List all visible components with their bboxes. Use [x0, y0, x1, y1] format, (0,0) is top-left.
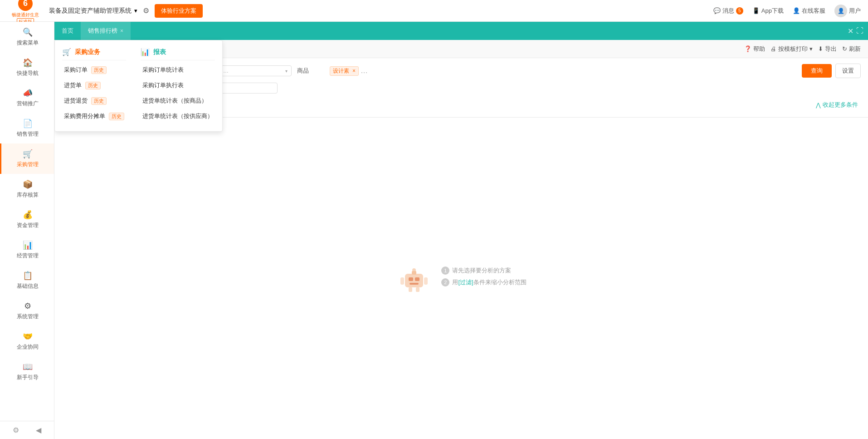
sidebar-item-label: 企业协同: [17, 343, 39, 351]
menu-item-order-stat[interactable]: 采购订单统计表: [141, 62, 215, 78]
purchase-business-section: 🛒 采购业务 采购订单 历史 进货单 历史 进货退货 历史: [62, 48, 126, 124]
print-icon: 🖨: [770, 45, 776, 52]
menu-item-receipt-stat-goods[interactable]: 进货单统计表（按商品）: [141, 93, 215, 109]
sidebar-item-system[interactable]: ⚙ 系统管理: [0, 296, 54, 326]
help-label: 帮助: [753, 45, 765, 53]
menu-item-order-exec[interactable]: 采购订单执行表: [141, 78, 215, 93]
menu-item-label: 采购订单统计表: [142, 66, 184, 74]
tab-home[interactable]: 首页: [54, 22, 81, 40]
purchase-report-section: 📊 报表 采购订单统计表 采购订单执行表 进货单统计表（按商品） 进货单统计表（…: [141, 48, 215, 124]
tab-close-icon[interactable]: ×: [120, 28, 123, 34]
svg-rect-0: [405, 274, 423, 287]
search-icon: 🔍: [23, 27, 33, 37]
tab-close-window-icon[interactable]: ✕: [848, 27, 853, 35]
sidebar-collapse-icon[interactable]: ◀: [36, 426, 41, 434]
service-icon: 👤: [793, 7, 800, 14]
menu-item-label: 进货单统计表（按供应商）: [142, 112, 213, 120]
svg-rect-2: [415, 277, 419, 281]
purchase-dropdown-overlay: 🛒 采购业务 采购订单 历史 进货单 历史 进货退货 历史: [54, 40, 223, 132]
sidebar-item-cooperation[interactable]: 🤝 企业协同: [0, 326, 54, 356]
menu-item-purchase-receipt[interactable]: 进货单 历史: [62, 78, 126, 93]
help-button[interactable]: ❓ 帮助: [744, 45, 765, 53]
sidebar-item-label: 库存核算: [17, 191, 39, 199]
goods-tag: 设计素 ×: [330, 66, 359, 76]
export-button[interactable]: ⬇ 导出: [818, 45, 837, 53]
doc-status-filter[interactable]: … ▾: [219, 65, 292, 76]
dropdown-arrow-icon: ▾: [134, 7, 137, 14]
goods-tag-close[interactable]: ×: [352, 68, 356, 74]
main-layout: 🔍 搜索菜单 🏠 快捷导航 📣 营销推广 📄 销售管理 🛒 采购管理 📦 库存核…: [0, 22, 868, 439]
user-item[interactable]: 👤 用户: [834, 5, 861, 17]
collapse-button[interactable]: ⋀ 收起更多条件: [813, 98, 861, 112]
query-button[interactable]: 查询: [802, 64, 832, 78]
return-badge: 历史: [91, 97, 107, 105]
print-button[interactable]: 🖨 按模板打印 ▾: [770, 45, 813, 53]
message-item[interactable]: 💬 消息 5: [713, 7, 743, 15]
sidebar-item-basic-info[interactable]: 📋 基础信息: [0, 265, 54, 296]
doc-status-arrow: ▾: [285, 69, 288, 74]
menu-item-purchase-expense[interactable]: 采购费用分摊单 历史: [62, 109, 126, 124]
goods-label: 商品: [297, 67, 324, 75]
basic-info-icon: 📋: [23, 271, 33, 281]
sidebar-item-label: 新手引导: [17, 374, 39, 381]
svg-point-5: [412, 268, 416, 272]
svg-rect-7: [424, 277, 428, 285]
tab-bar: 首页 销售排行榜 × ✕ ⛶: [54, 22, 868, 40]
cooperation-icon: 🤝: [23, 331, 33, 341]
sidebar: 🔍 搜索菜单 🏠 快捷导航 📣 营销推广 📄 销售管理 🛒 采购管理 📦 库存核…: [0, 22, 54, 439]
menu-item-receipt-stat-supplier[interactable]: 进货单统计表（按供应商）: [141, 109, 215, 124]
sidebar-item-operations[interactable]: 📊 经营管理: [0, 235, 54, 265]
svg-rect-3: [410, 283, 419, 285]
svg-rect-6: [400, 277, 404, 285]
purchase-order-badge: 历史: [91, 66, 107, 74]
app-download-item[interactable]: 📱 App下载: [752, 7, 784, 15]
menu-item-label: 采购费用分摊单: [64, 112, 105, 120]
empty-tip-1: 1 请先选择要分析的方案: [441, 266, 526, 275]
report-section-title: 📊 报表: [141, 48, 215, 60]
tab-active-label: 销售排行榜: [88, 27, 117, 35]
home-icon: 🏠: [23, 58, 33, 68]
empty-tips: 1 请先选择要分析的方案 2 用[过滤]条件来缩小分析范围: [441, 266, 526, 290]
tab-maximize-icon[interactable]: ⛶: [856, 27, 863, 35]
system-title-dropdown[interactable]: 装备及固定资产辅助管理系统 ▾: [49, 7, 137, 15]
collapse-area: ⋀ 收起更多条件: [813, 98, 861, 112]
sidebar-item-label: 采购管理: [17, 161, 39, 168]
menu-item-label: 进货单统计表（按商品）: [142, 97, 207, 105]
setting-button[interactable]: 设置: [835, 64, 861, 78]
export-label: 导出: [825, 45, 837, 53]
collapse-up-icon: ⋀: [816, 102, 821, 109]
menu-item-purchase-order[interactable]: 采购订单 历史: [62, 62, 126, 78]
business-section-icon: 🛒: [62, 48, 71, 56]
sidebar-item-inventory[interactable]: 📦 库存核算: [0, 174, 54, 204]
sidebar-item-label: 营销推广: [17, 100, 39, 108]
sidebar-item-label: 快捷导航: [17, 69, 39, 77]
sidebar-item-search[interactable]: 🔍 搜索菜单: [0, 22, 54, 52]
menu-item-label: 采购订单: [64, 66, 88, 74]
online-service-item[interactable]: 👤 在线客服: [793, 7, 825, 15]
sidebar-item-sales[interactable]: 📄 销售管理: [0, 113, 54, 143]
sidebar-item-funds[interactable]: 💰 资金管理: [0, 204, 54, 235]
sidebar-item-guide[interactable]: 📖 新手引导: [0, 356, 54, 387]
sidebar-item-quick-nav[interactable]: 🏠 快捷导航: [0, 52, 54, 83]
help-icon: ❓: [744, 45, 751, 52]
marketing-icon: 📣: [23, 88, 33, 98]
menu-item-label: 进货单: [64, 81, 82, 89]
refresh-label: 刷新: [849, 45, 861, 53]
funds-icon: 💰: [23, 210, 33, 220]
sidebar-item-marketing[interactable]: 📣 营销推广: [0, 83, 54, 113]
refresh-icon: ↻: [842, 45, 847, 52]
sidebar-item-label: 销售管理: [17, 130, 39, 138]
sidebar-item-purchase[interactable]: 🛒 采购管理: [0, 143, 54, 174]
sidebar-item-label: 经营管理: [17, 252, 39, 260]
app-download-label: App下载: [761, 7, 784, 15]
empty-tip-2: 2 用[过滤]条件来缩小分析范围: [441, 278, 526, 286]
settings-icon[interactable]: ⚙: [143, 6, 149, 15]
menu-item-label: 进货退货: [64, 97, 88, 105]
tab-sales-ranking[interactable]: 销售排行榜 ×: [81, 22, 131, 40]
industry-button[interactable]: 体验行业方案: [155, 4, 203, 18]
sidebar-settings-icon[interactable]: ⚙: [13, 426, 19, 434]
refresh-button[interactable]: ↻ 刷新: [842, 45, 861, 53]
menu-item-purchase-return[interactable]: 进货退货 历史: [62, 93, 126, 109]
operations-icon: 📊: [23, 240, 33, 250]
logo-icon: 6: [18, 0, 33, 11]
